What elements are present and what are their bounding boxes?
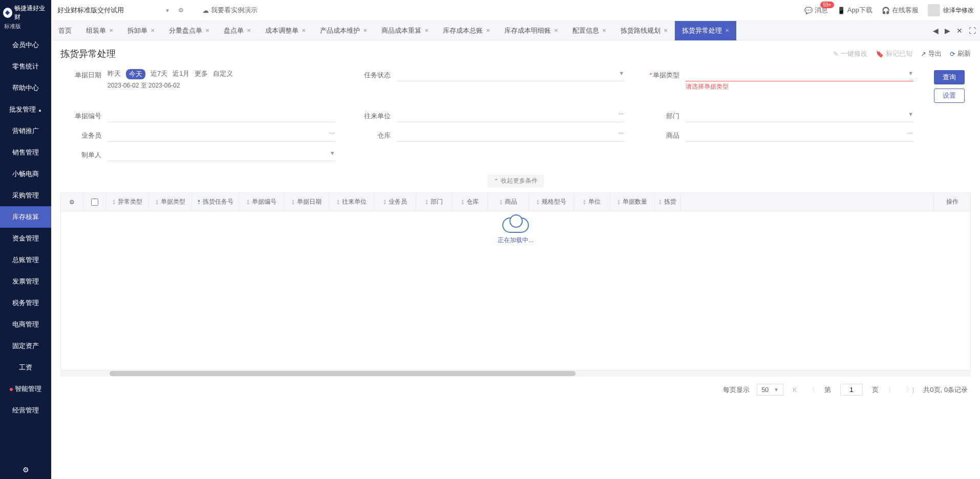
per-page-select[interactable]: 50 ▼ (757, 384, 783, 396)
date-preset-更多[interactable]: 更多 (195, 69, 208, 79)
date-preset-今天[interactable]: 今天 (126, 69, 145, 79)
horizontal-scrollbar[interactable] (60, 371, 971, 377)
sidebar-item-15[interactable]: 工资 (0, 357, 51, 378)
column-header-6[interactable]: ▲▼业务员 (374, 193, 416, 211)
tab-1[interactable]: 组装单✕ (79, 21, 120, 40)
demo-link[interactable]: ☁ 我要看实例演示 (202, 6, 258, 15)
creator-select[interactable]: ▼ (108, 149, 335, 161)
tab-close-icon[interactable]: ✕ (725, 28, 729, 33)
tab-close-icon[interactable]: ✕ (486, 28, 490, 33)
sidebar-item-4[interactable]: 营销推广 (0, 120, 51, 142)
sidebar-item-14[interactable]: 固定资产 (0, 335, 51, 357)
column-header-7[interactable]: ▲▼部门 (416, 193, 452, 211)
sidebar-item-16[interactable]: 智能管理 (0, 378, 51, 400)
more-icon[interactable]: ⋯ (618, 111, 624, 118)
settings-button[interactable]: 设置 (934, 89, 965, 103)
column-header-8[interactable]: ▲▼仓库 (452, 193, 488, 211)
tab-close-icon[interactable]: ✕ (602, 28, 606, 33)
sidebar-item-1[interactable]: 零售统计 (0, 56, 51, 77)
warehouse-input[interactable]: ⋯ (397, 129, 625, 142)
sidebar-item-7[interactable]: 采购管理 (0, 185, 51, 206)
tab-9[interactable]: 库存成本明细账✕ (497, 21, 565, 40)
column-header-13[interactable]: ▲▼拣货 (655, 193, 680, 211)
sidebar-settings-icon[interactable]: ⚙ (23, 466, 29, 474)
date-preset-近7天[interactable]: 近7天 (151, 69, 167, 79)
tab-7[interactable]: 商品成本重算✕ (374, 21, 436, 40)
sidebar-item-12[interactable]: 税务管理 (0, 292, 51, 314)
more-icon[interactable]: ⋯ (618, 130, 624, 137)
topbar-settings-icon[interactable]: ⚙ (178, 7, 184, 14)
tab-close-icon[interactable]: ✕ (664, 28, 668, 33)
column-header-5[interactable]: ▲▼往来单位 (329, 193, 374, 211)
task-status-select[interactable]: ▼ (397, 69, 625, 81)
column-header-4[interactable]: ▲▼单据日期 (284, 193, 329, 211)
tab-close-icon[interactable]: ✕ (205, 28, 209, 33)
sidebar-item-5[interactable]: 销售管理 (0, 142, 51, 163)
sidebar-item-17[interactable]: 经营管理 (0, 400, 51, 421)
sidebar-item-9[interactable]: 资金管理 (0, 228, 51, 249)
collapse-filters-button[interactable]: ⌃ 收起更多条件 (487, 175, 544, 187)
tab-0[interactable]: 首页 (51, 21, 79, 40)
messages-button[interactable]: 💬 消息 99+ (804, 6, 828, 15)
fullscreen-icon[interactable]: ⛶ (969, 27, 976, 35)
sidebar-item-11[interactable]: 发票管理 (0, 271, 51, 292)
date-preset-近1月[interactable]: 近1月 (173, 69, 189, 79)
refresh-button[interactable]: ⟳ 刷新 (950, 49, 971, 58)
product-selector[interactable]: 好业财标准版交付试用 ▼ (57, 6, 170, 15)
first-page-button[interactable]: K (791, 386, 799, 394)
tab-close-icon[interactable]: ✕ (109, 28, 113, 33)
sidebar-item-6[interactable]: 小畅电商 (0, 163, 51, 185)
date-preset-昨天[interactable]: 昨天 (108, 69, 121, 79)
column-header-3[interactable]: ▲▼单据编号 (239, 193, 284, 211)
page-input[interactable] (840, 384, 863, 396)
doc-no-input[interactable] (108, 110, 335, 122)
dept-select[interactable]: ▼ (686, 110, 913, 122)
tab-3[interactable]: 分量盘点单✕ (162, 21, 217, 40)
tab-6[interactable]: 产品成本维护✕ (313, 21, 374, 40)
tab-close-icon[interactable]: ✕ (151, 28, 155, 33)
select-all-column[interactable] (83, 193, 106, 211)
tab-close-all-icon[interactable]: ✕ (956, 27, 963, 35)
sidebar-item-10[interactable]: 总账管理 (0, 249, 51, 271)
query-button[interactable]: 查询 (934, 70, 965, 84)
tab-scroll-left-icon[interactable]: ◀ (933, 27, 939, 35)
table-settings-column[interactable]: ⚙ (61, 193, 83, 211)
prev-page-button[interactable]: 〈 (806, 385, 817, 395)
app-download-button[interactable]: 📱 App下载 (837, 6, 872, 15)
tab-4[interactable]: 盘点单✕ (217, 21, 258, 40)
export-button[interactable]: ↗ 导出 (921, 49, 942, 58)
sidebar-item-2[interactable]: 帮助中心 (0, 77, 51, 99)
next-page-button[interactable]: 〉 (886, 385, 897, 395)
sidebar-item-3[interactable]: 批发管理 (0, 99, 51, 120)
tab-11[interactable]: 拣货路线规划✕ (613, 21, 675, 40)
column-header-2[interactable]: ▲▼拣货任务号 (192, 193, 239, 211)
tab-close-icon[interactable]: ✕ (363, 28, 367, 33)
tab-close-icon[interactable]: ✕ (247, 28, 251, 33)
partner-input[interactable]: ⋯ (397, 110, 625, 122)
tab-5[interactable]: 成本调整单✕ (258, 21, 313, 40)
column-header-11[interactable]: ▲▼单位 (574, 193, 610, 211)
date-preset-自定义[interactable]: 自定义 (213, 69, 233, 79)
last-page-button[interactable]: 〉| (904, 385, 916, 395)
column-header-9[interactable]: ▲▼商品 (488, 193, 529, 211)
sidebar-item-13[interactable]: 电商管理 (0, 314, 51, 335)
support-button[interactable]: 🎧 在线客服 (882, 6, 919, 15)
user-menu[interactable]: 徐泽华修改 (928, 4, 974, 16)
product-input[interactable]: ⋯ (686, 129, 913, 142)
doc-type-select[interactable]: ▼ (686, 69, 913, 81)
scrollbar-thumb[interactable] (110, 371, 576, 376)
column-header-12[interactable]: ▲▼单据数量 (610, 193, 655, 211)
tab-close-icon[interactable]: ✕ (424, 28, 429, 33)
tab-12[interactable]: 拣货异常处理✕ (675, 21, 736, 40)
tab-8[interactable]: 库存成本总账✕ (436, 21, 497, 40)
more-icon[interactable]: ⋯ (329, 130, 335, 137)
sidebar-item-8[interactable]: 库存核算 (0, 206, 51, 228)
column-header-1[interactable]: ▲▼单据类型 (149, 193, 192, 211)
tab-2[interactable]: 拆卸单✕ (120, 21, 162, 40)
sales-input[interactable]: ⋯ (108, 129, 335, 142)
tab-close-icon[interactable]: ✕ (554, 28, 558, 33)
more-icon[interactable]: ⋯ (907, 130, 913, 137)
sidebar-item-0[interactable]: 会员中心 (0, 34, 51, 56)
tab-close-icon[interactable]: ✕ (302, 28, 306, 33)
tab-scroll-right-icon[interactable]: ▶ (945, 27, 950, 35)
